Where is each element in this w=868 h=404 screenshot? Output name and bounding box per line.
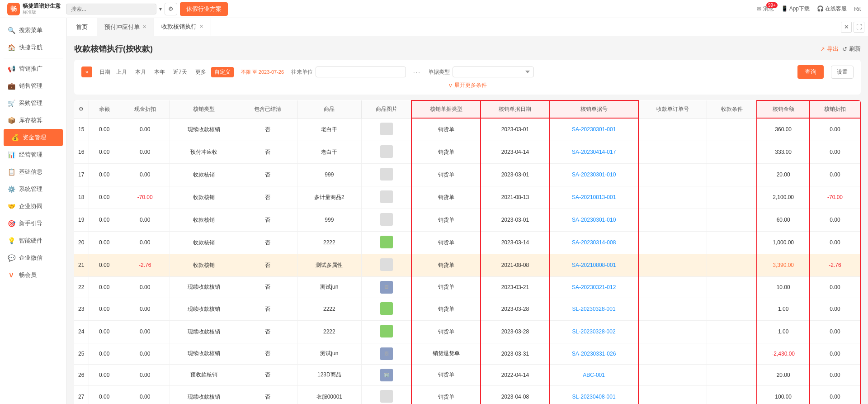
- cell-amount: 1.00: [757, 298, 810, 320]
- cell-receipt-no: [638, 343, 707, 364]
- filter-expand-btn[interactable]: »: [81, 67, 92, 77]
- col-settings[interactable]: ⚙: [74, 100, 89, 118]
- cell-receipt-no: [638, 254, 707, 276]
- sidebar-item-hardware[interactable]: 💡 智能硬件: [0, 232, 66, 249]
- cell-conditions: [707, 343, 757, 364]
- sidebar-item-member[interactable]: V 畅会员: [0, 266, 66, 284]
- expand-window-btn[interactable]: ⛶: [854, 22, 864, 33]
- cell-include-settled: 否: [238, 364, 297, 385]
- cell-bill-date: 2022-04-14: [481, 364, 550, 385]
- tab-bar-actions: ✕ ⛶: [841, 22, 868, 33]
- cell-bill-no[interactable]: SA-20210808-001: [550, 254, 638, 276]
- dropdown-arrow[interactable]: ▾: [159, 6, 162, 12]
- col-cash-discount: 现金折扣: [120, 100, 170, 118]
- cell-bill-no[interactable]: SA-20230301-010: [550, 163, 638, 186]
- cell-amount: 10.00: [757, 276, 810, 298]
- cell-bill-no[interactable]: ABC-001: [550, 364, 638, 385]
- cell-bill-type: 销货单: [411, 209, 481, 231]
- cell-goods-img: 🖼: [361, 343, 411, 364]
- sidebar-item-nav[interactable]: 🏠 快捷导航: [0, 39, 66, 56]
- sidebar-item-sales[interactable]: 💼 销售管理: [0, 77, 66, 95]
- sidebar-item-search[interactable]: 🔍 搜索菜单: [0, 22, 66, 39]
- cell-bill-type: 销货退货单: [411, 343, 481, 364]
- cell-bill-no[interactable]: SA-20230321-012: [550, 276, 638, 298]
- cell-bill-no[interactable]: SA-20230331-026: [550, 343, 638, 364]
- tab-home[interactable]: 首页: [67, 18, 97, 36]
- date-this-year[interactable]: 本年: [151, 67, 168, 77]
- gear-icon[interactable]: ⚙: [165, 3, 177, 15]
- cell-discount: 0.00: [810, 276, 860, 298]
- partner-input[interactable]: [316, 67, 406, 77]
- cell-discount: 0.00: [810, 231, 860, 254]
- date-more[interactable]: 更多: [192, 67, 209, 77]
- tab-write-off[interactable]: 收款核销执行 ✕: [154, 18, 211, 36]
- search-input[interactable]: [66, 4, 156, 14]
- cell-conditions: [707, 209, 757, 231]
- cell-bill-no[interactable]: SL-20230328-002: [550, 320, 638, 343]
- sidebar-item-finance[interactable]: 💰 资金管理: [4, 129, 63, 146]
- cell-receipt-no: [638, 364, 707, 385]
- cell-no: 26: [74, 364, 89, 385]
- sidebar-item-inventory[interactable]: 📦 库存核算: [0, 112, 66, 129]
- sidebar-item-basic[interactable]: 📋 基础信息: [0, 163, 66, 181]
- cell-bill-no[interactable]: SL-20230408-001: [550, 385, 638, 404]
- table-row: 19 0.00 0.00 收款核销 否 999 销货单 2023-03-01 S…: [74, 209, 860, 231]
- cell-bill-no[interactable]: SA-20230301-001: [550, 118, 638, 141]
- expand-more[interactable]: ∨ 展开更多条件: [81, 79, 854, 89]
- export-icon: ↗: [820, 46, 825, 52]
- cell-amount: 333.00: [757, 141, 810, 163]
- date-custom[interactable]: 自定义: [211, 67, 234, 77]
- tab-prepayment-close[interactable]: ✕: [142, 24, 146, 30]
- online-service[interactable]: 🎧 在线客服: [817, 5, 847, 13]
- date-last-month[interactable]: 上月: [113, 67, 130, 77]
- cell-write-off-type: 收款核销: [170, 209, 238, 231]
- sidebar-item-guide[interactable]: 🎯 新手引导: [0, 215, 66, 232]
- date-7days[interactable]: 近7天: [170, 67, 190, 77]
- cell-bill-no[interactable]: SA-20230414-017: [550, 141, 638, 163]
- col-goods: 商品: [297, 100, 361, 118]
- cell-bill-date: 2023-03-28: [481, 298, 550, 320]
- refresh-button[interactable]: ↺ 刷新: [842, 45, 861, 53]
- cell-receipt-no: [638, 320, 707, 343]
- sidebar-item-purchase[interactable]: 🛒 采购管理: [0, 95, 66, 112]
- cell-bill-no[interactable]: SA-20230301-010: [550, 209, 638, 231]
- cell-bill-date: 2023-04-08: [481, 385, 550, 404]
- date-this-month[interactable]: 本月: [132, 67, 149, 77]
- table-row: 21 0.00 -2.76 收款核销 否 测试多属性 销货单 2021-08-0…: [74, 254, 860, 276]
- layout: 🔍 搜索菜单 🏠 快捷导航 📢 营销推广 💼 销售管理 🛒 采购管理 📦 库存核…: [0, 18, 868, 404]
- col-discount: 核销折扣: [810, 100, 860, 118]
- cell-cash-discount: -2.76: [120, 254, 170, 276]
- cell-cash-discount: 0.00: [120, 343, 170, 364]
- message-badge[interactable]: ✉ 消息 99+: [757, 5, 774, 13]
- cell-balance: 0.00: [89, 320, 120, 343]
- tab-write-off-close[interactable]: ✕: [199, 24, 203, 29]
- query-button[interactable]: 查询: [797, 65, 824, 79]
- cell-balance: 0.00: [89, 276, 120, 298]
- cell-include-settled: 否: [238, 320, 297, 343]
- sidebar-item-operation[interactable]: 📊 经营管理: [0, 146, 66, 163]
- cell-bill-no[interactable]: SL-20230328-001: [550, 298, 638, 320]
- app-download[interactable]: 📱 App下载: [781, 5, 810, 13]
- sidebar-item-corp[interactable]: 🤝 企业协同: [0, 198, 66, 215]
- cell-bill-no[interactable]: SA-20210813-001: [550, 186, 638, 209]
- cell-no: 19: [74, 209, 89, 231]
- cell-write-off-type: 现续收款核销: [170, 385, 238, 404]
- bill-type-select[interactable]: [453, 67, 534, 77]
- sidebar-item-system[interactable]: ⚙️ 系统管理: [0, 181, 66, 198]
- cell-write-off-type: 预付冲应收: [170, 141, 238, 163]
- cell-bill-no[interactable]: SA-20230314-008: [550, 231, 638, 254]
- username[interactable]: Rit: [854, 6, 861, 12]
- cell-balance: 0.00: [89, 364, 120, 385]
- setting-button[interactable]: 设置: [831, 66, 854, 79]
- sidebar-item-wechat[interactable]: 💬 企业微信: [0, 249, 66, 266]
- tab-prepayment[interactable]: 预付冲应付单 ✕: [97, 18, 154, 36]
- sidebar-item-marketing[interactable]: 📢 营销推广: [0, 60, 66, 77]
- cell-goods: 测试jun: [297, 276, 361, 298]
- cell-include-settled: 否: [238, 385, 297, 404]
- close-window-btn[interactable]: ✕: [841, 22, 852, 33]
- cell-receipt-no: [638, 118, 707, 141]
- export-button[interactable]: ↗ 导出: [820, 45, 839, 53]
- date-label: 日期: [99, 68, 110, 76]
- cell-goods: 老白干: [297, 118, 361, 141]
- industry-button[interactable]: 休假行业方案: [180, 2, 228, 16]
